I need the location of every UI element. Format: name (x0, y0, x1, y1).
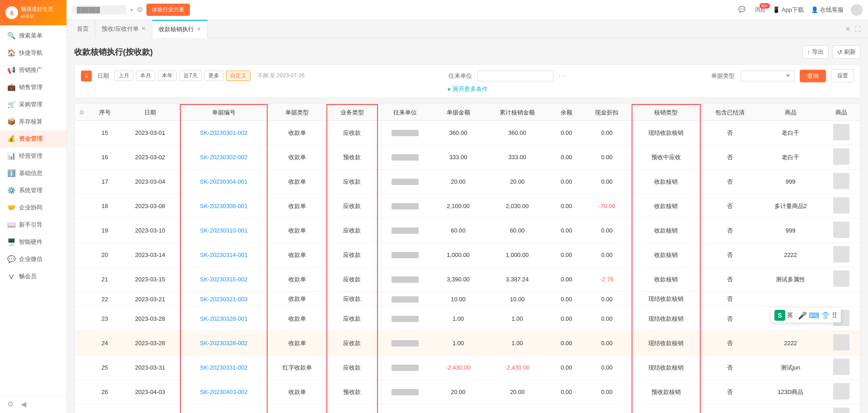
partner-input[interactable] (477, 71, 553, 81)
sidebar-item-hardware[interactable]: 🖥️ 智能硬件 (0, 233, 66, 251)
sidebar-label-system: 系统管理 (19, 186, 42, 195)
table-row[interactable]: 20 2023-03-14 SK-20230314-001 收款单 应收款 1,… (75, 243, 860, 267)
table-row[interactable]: 25 2023-03-31 SK-20230331-002 红字收款单 应收款 … (75, 356, 860, 380)
table-row[interactable]: 23 2023-03-28 SK-20230328-001 收款单 应收款 1.… (75, 307, 860, 331)
cell-partner (377, 218, 433, 243)
cell-cancel-type: 现结收款核销 (632, 292, 700, 307)
tab-prepay[interactable]: 预收/应收付单 ✕ (95, 20, 152, 38)
user-avatar[interactable] (851, 4, 863, 16)
topbar-chevron-icon[interactable]: ▾ (130, 7, 133, 13)
sidebar-item-basic[interactable]: ℹ️ 基础信息 (0, 165, 66, 182)
bill-no-link[interactable]: SK-20230301-002 (200, 129, 248, 136)
query-button[interactable]: 查询 (800, 70, 826, 82)
sidebar-item-wechat[interactable]: 💬 企业微信 (0, 251, 66, 268)
date-last-month-btn[interactable]: 上月 (114, 71, 133, 81)
settings-button[interactable]: 设置 (831, 69, 854, 82)
table-row[interactable]: 19 2023-03-10 SK-20230310-001 收款单 应收款 60… (75, 218, 860, 243)
bill-no-link[interactable]: SK-20230328-002 (200, 340, 248, 347)
cell-biz-type: 应收款 (327, 170, 377, 194)
sidebar-item-quicknav[interactable]: 🏠 快捷导航 (0, 44, 66, 62)
tab-collection[interactable]: 收款核销执行 ✕ (152, 20, 208, 38)
table-row[interactable]: 21 2023-03-15 SK-20230315-002 收款单 应收款 3,… (75, 267, 860, 292)
date-more-btn[interactable]: 更多 (204, 71, 223, 81)
sidebar-item-inventory[interactable]: 📦 库存核算 (0, 113, 66, 130)
cell-product: 老白干 (759, 145, 822, 170)
cell-settings (75, 292, 89, 307)
expand-more-btn[interactable]: ▾ 展开更多条件 (448, 85, 488, 93)
cell-product2 (822, 170, 860, 194)
cell-cancel-type: 现结收款核销 (632, 356, 700, 380)
cell-product2 (822, 356, 860, 380)
tab-expand-icon[interactable]: ⛶ (854, 25, 861, 33)
bill-no-link[interactable]: SK-20230328-001 (200, 315, 248, 322)
microphone-icon[interactable]: 🎤 (798, 311, 807, 320)
bill-no-link[interactable]: SK-20230321-003 (200, 296, 248, 303)
table-row[interactable]: 16 2023-03-02 SK-20230302-002 收款单 预收款 33… (75, 145, 860, 170)
table-row[interactable]: 18 2023-03-08 SK-20230308-001 收款单 应收款 2,… (75, 194, 860, 218)
cell-discount: 0.00 (582, 145, 632, 170)
table-row[interactable]: 27 2023-04-08 SK-20230408-001 收款单 应收款 10… (75, 404, 860, 413)
date-custom-btn[interactable]: 自定义 (226, 71, 250, 81)
refresh-button[interactable]: ↺ 刷新 (832, 45, 861, 59)
bill-no-link[interactable]: SK-20230331-002 (200, 364, 248, 371)
table-row[interactable]: 22 2023-03-21 SK-20230321-003 收款单 应收款 10… (75, 292, 860, 307)
tab-home[interactable]: 首页 (71, 20, 95, 38)
online-service-area[interactable]: 👤 在线客服 (811, 6, 844, 14)
notification-area[interactable]: 💬 99+ 消息 (738, 6, 765, 14)
sidebar-item-guide[interactable]: 📖 新手引导 (0, 216, 66, 233)
date-this-month-btn[interactable]: 本月 (136, 71, 155, 81)
cell-no: 24 (89, 331, 120, 356)
cell-cancel-type: 收款核销 (632, 218, 700, 243)
bill-no-link[interactable]: SK-20230315-002 (200, 276, 248, 283)
date-7days-btn[interactable]: 近7天 (179, 71, 202, 81)
partner-filter-label: 往来单位 (448, 72, 472, 80)
sidebar-item-vip[interactable]: V 畅会员 (0, 268, 66, 285)
cell-settings (75, 121, 89, 145)
cell-no: 19 (89, 218, 120, 243)
sidebar-item-sales[interactable]: 💼 销售管理 (0, 79, 66, 96)
table-row[interactable]: 15 2023-03-01 SK-20230301-002 收款单 应收款 36… (75, 121, 860, 145)
sidebar-item-system[interactable]: ⚙️ 系统管理 (0, 182, 66, 199)
table-row[interactable]: 17 2023-03-04 SK-20230304-001 收款单 应收款 20… (75, 170, 860, 194)
tab-prepay-close[interactable]: ✕ (142, 26, 146, 32)
cell-settings (75, 307, 89, 331)
solution-button[interactable]: 体验行业方案 (146, 4, 190, 16)
table-row[interactable]: 26 2023-04-03 SK-20230403-002 收款单 预收款 20… (75, 380, 860, 404)
sidebar-item-marketing[interactable]: 📢 营销推广 (0, 62, 66, 79)
bill-no-link[interactable]: SK-20230403-002 (200, 389, 248, 395)
cell-cancel-type: 收款核销 (632, 170, 700, 194)
bill-no-link[interactable]: SK-20230302-002 (200, 154, 248, 161)
cell-settings (75, 267, 89, 292)
footer-collapse-icon[interactable]: ◀ (21, 400, 26, 408)
tab-collection-close[interactable]: ✕ (197, 26, 201, 32)
sidebar-item-operation[interactable]: 📊 经营管理 (0, 147, 66, 165)
bill-no-link[interactable]: SK-20230310-001 (200, 227, 248, 234)
tab-close-all-icon[interactable]: ✕ (845, 25, 851, 33)
hardware-icon: 🖥️ (7, 238, 15, 246)
export-button[interactable]: ↑ 导出 (802, 45, 829, 59)
bill-no-link[interactable]: SK-20230304-001 (200, 178, 248, 185)
date-this-year-btn[interactable]: 本年 (158, 71, 177, 81)
more-options-icon[interactable]: ··· (559, 72, 567, 80)
topbar-gear-icon[interactable]: ⚙ (137, 5, 143, 14)
sidebar-item-purchase[interactable]: 🛒 采购管理 (0, 96, 66, 113)
sidebar-item-corp[interactable]: 🤝 企业协同 (0, 199, 66, 216)
system-icon: ⚙️ (7, 186, 15, 195)
bill-no-link[interactable]: SK-20230308-001 (200, 203, 248, 209)
bill-type-select[interactable] (740, 71, 794, 81)
grid-icon[interactable]: ⠿ (832, 311, 837, 320)
bill-no-link[interactable]: SK-20230314-001 (200, 252, 248, 258)
sidebar-item-finance[interactable]: 💰 资金管理 (0, 130, 66, 147)
cell-date: 2023-03-04 (120, 170, 180, 194)
cell-bill-type: 收款单 (267, 331, 326, 356)
app-download-area[interactable]: 📱 App下载 (773, 6, 804, 14)
bill-type-filter-label: 单据类型 (711, 72, 735, 80)
table-row[interactable]: 24 2023-03-28 SK-20230328-002 收款单 应收款 1.… (75, 331, 860, 356)
filter-expand-toggle[interactable]: » (81, 71, 92, 81)
sidebar-item-search[interactable]: 🔍 搜索菜单 (0, 27, 66, 44)
shirt-icon[interactable]: 👕 (821, 311, 830, 320)
col-settings[interactable]: ⚙ (75, 104, 89, 121)
cell-date: 2023-03-15 (120, 267, 180, 292)
keyboard-icon[interactable]: ⌨ (809, 311, 819, 320)
footer-settings-icon[interactable]: ⚙ (7, 400, 14, 408)
